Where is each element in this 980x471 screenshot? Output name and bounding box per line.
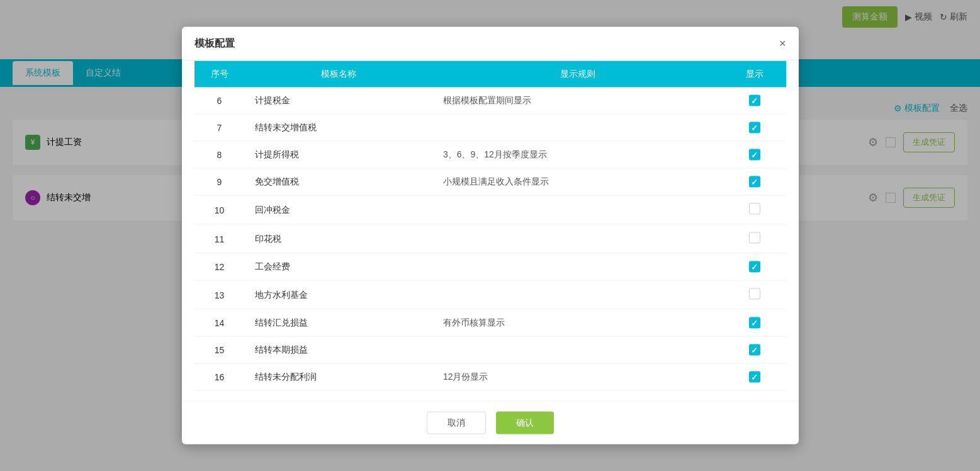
checkbox-7[interactable] [749, 288, 760, 300]
checkbox-4[interactable] [749, 203, 760, 215]
cell-check-1 [723, 114, 786, 141]
table-row: 14结转汇兑损益有外币核算显示 [194, 309, 786, 336]
table-row: 8计提所得税3、6、9、12月按季度显示 [194, 141, 786, 168]
table-row: 6计提税金根据模板配置期间显示 [194, 88, 786, 115]
cell-no-10: 16 [194, 363, 245, 390]
table-row: 15结转本期损益 [194, 336, 786, 363]
table-row: 11印花税 [194, 224, 786, 253]
cell-check-6 [723, 253, 786, 280]
cell-name-1: 结转未交增值税 [245, 114, 433, 141]
cell-rule-7 [433, 280, 723, 309]
checkbox-8[interactable] [749, 317, 760, 329]
cell-rule-3: 小规模且满足收入条件显示 [433, 168, 723, 195]
cell-no-2: 8 [194, 141, 245, 168]
cell-rule-9 [433, 336, 723, 363]
cell-no-0: 6 [194, 88, 245, 115]
checkbox-10[interactable] [749, 372, 760, 383]
cell-check-3 [723, 168, 786, 195]
cell-name-8: 结转汇兑损益 [245, 309, 433, 336]
cell-check-9 [723, 336, 786, 363]
cell-name-6: 工会经费 [245, 253, 433, 280]
cell-rule-4 [433, 195, 723, 224]
table-row: 13地方水利基金 [194, 280, 786, 309]
cell-rule-1 [433, 114, 723, 141]
cell-rule-8: 有外币核算显示 [433, 309, 723, 336]
checkbox-6[interactable] [749, 261, 760, 273]
col-header-name: 模板名称 [245, 61, 433, 88]
checkbox-3[interactable] [749, 176, 760, 188]
cell-name-2: 计提所得税 [245, 141, 433, 168]
cell-check-8 [723, 309, 786, 336]
table-row: 9免交增值税小规模且满足收入条件显示 [194, 168, 786, 195]
cell-rule-2: 3、6、9、12月按季度显示 [433, 141, 723, 168]
cell-check-4 [723, 195, 786, 224]
cell-rule-6 [433, 253, 723, 280]
modal-header: 模板配置 × [182, 27, 799, 61]
modal-template-config: 模板配置 × 序号 模板名称 显示规则 显示 6计提税金根据模板配置期间显示7结… [182, 27, 799, 445]
table-header-row: 序号 模板名称 显示规则 显示 [194, 61, 786, 88]
cell-check-10 [723, 363, 786, 390]
cell-no-7: 13 [194, 280, 245, 309]
cell-rule-10: 12月份显示 [433, 363, 723, 390]
cell-no-8: 14 [194, 309, 245, 336]
cell-check-5 [723, 224, 786, 253]
checkbox-1[interactable] [749, 122, 760, 133]
col-header-no: 序号 [194, 61, 245, 88]
cell-check-0 [723, 88, 786, 115]
cell-name-9: 结转本期损益 [245, 336, 433, 363]
cell-no-1: 7 [194, 114, 245, 141]
checkbox-5[interactable] [749, 232, 760, 244]
cell-name-0: 计提税金 [245, 88, 433, 115]
cell-rule-0: 根据模板配置期间显示 [433, 88, 723, 115]
cell-rule-5 [433, 224, 723, 253]
table-row: 16结转未分配利润12月份显示 [194, 363, 786, 390]
checkbox-0[interactable] [749, 95, 760, 106]
cell-check-7 [723, 280, 786, 309]
checkbox-2[interactable] [749, 149, 760, 161]
modal-body: 序号 模板名称 显示规则 显示 6计提税金根据模板配置期间显示7结转未交增值税8… [182, 61, 799, 401]
cell-name-5: 印花税 [245, 224, 433, 253]
cell-no-3: 9 [194, 168, 245, 195]
config-table: 序号 模板名称 显示规则 显示 6计提税金根据模板配置期间显示7结转未交增值税8… [194, 61, 786, 391]
cancel-button[interactable]: 取消 [427, 412, 486, 434]
confirm-button[interactable]: 确认 [496, 412, 554, 434]
modal-footer: 取消 确认 [182, 401, 799, 445]
col-header-rule: 显示规则 [433, 61, 723, 88]
checkbox-9[interactable] [749, 344, 760, 356]
cell-no-4: 10 [194, 195, 245, 224]
table-row: 12工会经费 [194, 253, 786, 280]
cell-name-10: 结转未分配利润 [245, 363, 433, 390]
cell-no-5: 11 [194, 224, 245, 253]
cell-name-7: 地方水利基金 [245, 280, 433, 309]
modal-close-button[interactable]: × [779, 37, 786, 50]
modal-title: 模板配置 [194, 37, 235, 50]
cell-no-9: 15 [194, 336, 245, 363]
col-header-display: 显示 [723, 61, 786, 88]
cell-no-6: 12 [194, 253, 245, 280]
table-row: 7结转未交增值税 [194, 114, 786, 141]
cell-name-3: 免交增值税 [245, 168, 433, 195]
cell-name-4: 回冲税金 [245, 195, 433, 224]
table-row: 10回冲税金 [194, 195, 786, 224]
cell-check-2 [723, 141, 786, 168]
